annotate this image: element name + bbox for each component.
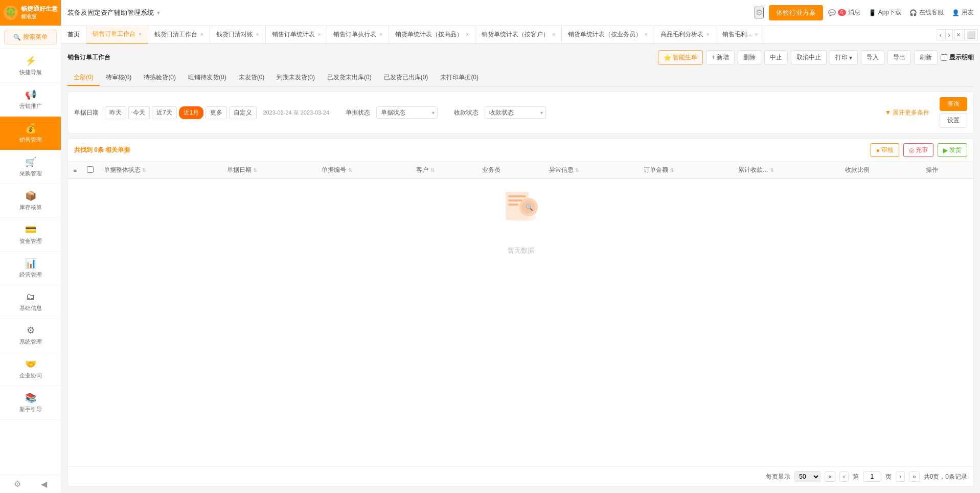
cancel-stop-button[interactable]: 取消中止: [791, 50, 827, 65]
date-btn-自定义[interactable]: 自定义: [229, 106, 257, 119]
sidebar-item-basic[interactable]: 🗂 基础信息: [0, 285, 61, 319]
sidebar-item-capital[interactable]: 💳 资金管理: [0, 218, 61, 252]
main-content: 装备及固定资产辅助管理系统 ▾ ⚙ 体验行业方案 💬 6 消息 📱 App下载 …: [61, 0, 980, 493]
sidebar-item-cooperation[interactable]: 🤝 企业协同: [0, 352, 61, 386]
add-button[interactable]: + 新增: [706, 50, 735, 65]
import-button[interactable]: 导入: [861, 50, 884, 65]
date-btn-今天[interactable]: 今天: [128, 106, 150, 119]
page-number-input[interactable]: [863, 472, 881, 482]
first-page-btn[interactable]: «: [825, 472, 835, 482]
tab-close-sales-more[interactable]: ×: [755, 32, 758, 37]
sidebar-item-quick-nav[interactable]: ⚡ 快捷导航: [0, 49, 61, 83]
collapse-icon[interactable]: ◀: [41, 479, 47, 489]
tab-close-sales-summary-customer[interactable]: ×: [552, 32, 555, 37]
tab-cash-daily[interactable]: 钱货日清工作台×: [148, 26, 210, 44]
tabs-scroll-right-btn[interactable]: ›: [945, 29, 953, 40]
show-details-label[interactable]: 显示明细: [941, 53, 974, 62]
sidebar-item-operations[interactable]: 📊 经营管理: [0, 252, 61, 285]
tab-gross-margin[interactable]: 商品毛利分析表×: [654, 26, 716, 44]
refresh-button[interactable]: 刷新: [914, 50, 938, 65]
tab-close-sales-stats[interactable]: ×: [318, 32, 321, 37]
number-sort-icon[interactable]: ⇅: [348, 167, 352, 173]
tab-close-sales-summary-staff[interactable]: ×: [645, 32, 648, 37]
tab-sales-stats[interactable]: 销售订单统计表×: [266, 26, 328, 44]
stop-button[interactable]: 中止: [764, 50, 788, 65]
date-btn-更多[interactable]: 更多: [206, 106, 227, 119]
export-button[interactable]: 导出: [887, 50, 911, 65]
date-btn-近1月[interactable]: 近1月: [179, 106, 204, 119]
sidebar-icon-sales: 💰: [25, 123, 36, 134]
tab-close-sales-summary-product[interactable]: ×: [466, 32, 469, 37]
expand-filter-btn[interactable]: ▼ 展开更多条件: [885, 108, 929, 117]
tab-sales-more[interactable]: 销售毛利...×: [716, 26, 765, 44]
next-page-btn[interactable]: ›: [896, 472, 905, 482]
payment-select[interactable]: 收款状态: [485, 106, 546, 119]
tabs-close-current-btn[interactable]: ×: [954, 29, 963, 40]
table-toolbar: 共找到 0条 相关单据 ● 审核 ◎ 充审 ▶ 发货: [68, 139, 973, 162]
sub-tab-shipped-not-out[interactable]: 已发货未出库(0): [321, 70, 378, 86]
filter-setting-button[interactable]: 设置: [940, 113, 967, 128]
delete-button[interactable]: 删除: [738, 50, 761, 65]
per-page-select[interactable]: 50 100 200: [794, 471, 821, 482]
sidebar-item-guide[interactable]: 📚 新手引导: [0, 386, 61, 420]
audit-button[interactable]: ● 审核: [871, 143, 899, 157]
tab-sales-summary-product[interactable]: 销货单统计表（按商品）×: [389, 26, 475, 44]
sub-tab-overdue-unshipped[interactable]: 到期未发货(0): [270, 70, 321, 86]
topbar-dropdown-icon[interactable]: ▾: [157, 9, 160, 16]
ship-button[interactable]: ▶ 发货: [938, 143, 967, 157]
date-btn-近7天[interactable]: 近7天: [152, 106, 177, 119]
sub-tab-not-shipped[interactable]: 未发货(0): [233, 70, 271, 86]
sidebar-item-inventory[interactable]: 📦 库存核算: [0, 184, 61, 218]
date-sort-icon[interactable]: ⇅: [253, 167, 257, 173]
prev-page-btn[interactable]: ‹: [839, 472, 849, 482]
status-select[interactable]: 单据状态: [376, 106, 438, 119]
tabs-maximize-btn[interactable]: ⬜: [964, 29, 978, 40]
tab-sales-order[interactable]: 销售订单工作台×: [86, 26, 148, 44]
sidebar-item-system[interactable]: ⚙ 系统管理: [0, 319, 61, 352]
notification-item[interactable]: 💬 6 消息: [828, 8, 860, 17]
trial-btn[interactable]: 体验行业方案: [769, 5, 823, 20]
tabs-bar: 首页销售订单工作台×钱货日清工作台×钱货日清对账×销售订单统计表×销售订单执行表…: [61, 26, 980, 44]
sidebar-item-purchase[interactable]: 🛒 采购管理: [0, 150, 61, 184]
tab-close-cash-daily[interactable]: ×: [200, 32, 203, 37]
app-download-item[interactable]: 📱 App下载: [869, 8, 901, 17]
sub-tab-pending-review[interactable]: 待审核(0): [100, 70, 138, 86]
tab-close-sales-exec[interactable]: ×: [379, 32, 382, 37]
tabs-scroll-left-btn[interactable]: ‹: [937, 29, 944, 40]
query-button[interactable]: 查询: [940, 97, 967, 111]
sub-tab-all[interactable]: 全部(0): [67, 70, 100, 86]
sub-tab-unprinted[interactable]: 未打印单据(0): [434, 70, 485, 86]
tab-sales-summary-staff[interactable]: 销货单统计表（按业务员）×: [562, 26, 654, 44]
settings-icon[interactable]: ⚙: [14, 479, 21, 489]
online-service-item[interactable]: 🎧 在线客服: [909, 8, 944, 17]
tab-close-sales-order[interactable]: ×: [139, 31, 142, 37]
topbar-gear-button[interactable]: ⚙: [755, 7, 764, 18]
sub-tab-wangpu-pending[interactable]: 旺铺待发货(0): [182, 70, 233, 86]
tab-cash-reconcile[interactable]: 钱货日清对账×: [210, 26, 266, 44]
tab-close-cash-reconcile[interactable]: ×: [256, 32, 259, 37]
search-menu-button[interactable]: 🔍 搜索菜单: [4, 30, 57, 44]
tab-home[interactable]: 首页: [61, 26, 86, 44]
last-page-btn[interactable]: »: [909, 472, 920, 482]
tab-sales-exec[interactable]: 销售订单执行表×: [327, 26, 389, 44]
sub-tab-pending-inspect[interactable]: 待拣验货(0): [138, 70, 182, 86]
revoke-button[interactable]: ◎ 充审: [903, 143, 933, 157]
sidebar-item-sales[interactable]: 💰 销售管理: [0, 117, 61, 150]
status-sort-icon[interactable]: ⇅: [142, 167, 146, 173]
exception-sort-icon[interactable]: ⇅: [575, 167, 579, 173]
received-sort-icon[interactable]: ⇅: [770, 167, 774, 173]
user-item[interactable]: 👤 用友: [952, 8, 974, 17]
tab-close-gross-margin[interactable]: ×: [706, 32, 710, 37]
date-btn-昨天[interactable]: 昨天: [105, 106, 126, 119]
select-all-checkbox[interactable]: [87, 166, 94, 173]
sub-tab-shipped-out[interactable]: 已发货已出库(0): [378, 70, 435, 86]
amount-sort-icon[interactable]: ⇅: [670, 167, 674, 173]
tab-sales-summary-customer[interactable]: 销货单统计表（按客户）×: [475, 26, 562, 44]
smart-create-button[interactable]: ⭐ 智能生单: [658, 50, 703, 65]
sidebar-item-marketing[interactable]: 📢 营销推广: [0, 83, 61, 117]
print-button[interactable]: 打印 ▾: [830, 50, 858, 65]
customer-sort-icon[interactable]: ⇅: [430, 167, 435, 173]
topbar: 装备及固定资产辅助管理系统 ▾ ⚙ 体验行业方案 💬 6 消息 📱 App下载 …: [61, 0, 980, 26]
show-details-checkbox[interactable]: [941, 54, 947, 61]
sidebar-icon-marketing: 📢: [25, 89, 36, 100]
